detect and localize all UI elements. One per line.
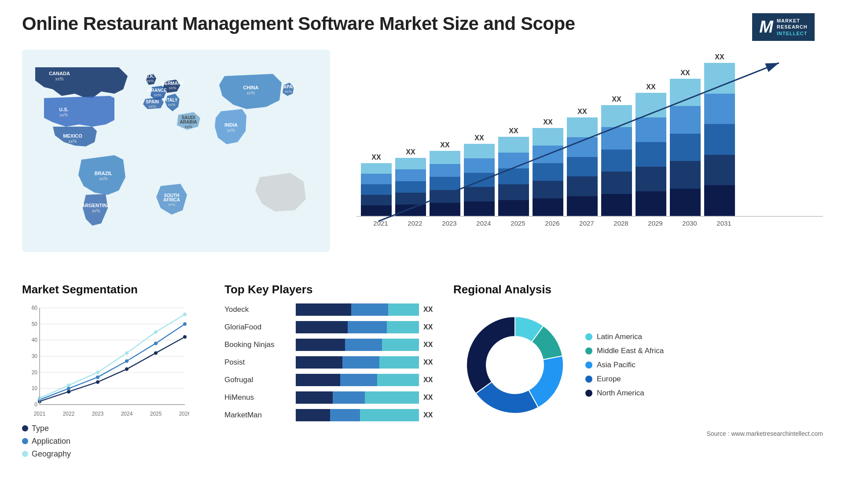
player-row: HiMenusXX [224, 391, 436, 404]
player-bar-label: XX [423, 323, 433, 331]
seg-legend-item: Application [22, 437, 207, 446]
bar-chart-bars: XXXXXXXXXXXXXXXXXXXXXX [356, 50, 823, 217]
player-bar-label: XX [423, 341, 433, 349]
svg-text:MEXICO: MEXICO [63, 133, 82, 139]
bar-stack [430, 151, 460, 216]
bar-top-label: XX [646, 83, 655, 91]
logo-letter: M [759, 18, 773, 35]
bar-group: XX [498, 127, 529, 216]
svg-text:2022: 2022 [63, 411, 75, 417]
regional-container: Latin AmericaMiddle East & AfricaAsia Pa… [453, 303, 823, 427]
bar-segment [533, 146, 563, 163]
bar-segment [567, 117, 598, 137]
bar-segment [670, 189, 701, 216]
bar-segment [601, 194, 632, 216]
map-section: CANADA xx% U.S. xx% MEXICO xx% BRAZIL xx… [22, 50, 330, 270]
player-bar-segment [296, 339, 345, 351]
player-bar-inner [296, 321, 419, 333]
regional-legend-label: Asia Pacific [597, 361, 636, 369]
regional-legend-item: Latin America [585, 332, 664, 341]
bar-segment [533, 128, 563, 146]
x-axis-label: 2022 [400, 219, 430, 227]
logo-area: M MARKET RESEARCH INTELLECT [744, 13, 823, 41]
donut-svg [453, 303, 577, 427]
player-bar-segment [365, 391, 419, 404]
bar-segment [601, 105, 632, 127]
player-bar-outer: XX [296, 391, 436, 404]
bar-segment [498, 153, 529, 168]
segmentation-title: Market Segmentation [22, 283, 207, 296]
player-bar-label: XX [423, 394, 433, 402]
svg-text:SPAIN: SPAIN [146, 99, 159, 104]
svg-text:GERMANY: GERMANY [161, 81, 184, 86]
svg-text:10: 10 [32, 385, 38, 391]
page-title: Online Restaurant Management Software Ma… [22, 13, 575, 34]
svg-text:60: 60 [32, 305, 38, 311]
bar-segment [533, 163, 563, 181]
header: Online Restaurant Management Software Ma… [22, 13, 823, 41]
segmentation-chart: 0102030405060202120222023202420252026 [22, 303, 189, 418]
player-name: GloriaFood [224, 323, 290, 332]
bar-segment [533, 181, 563, 198]
svg-point-68 [67, 383, 70, 387]
svg-text:0: 0 [34, 402, 37, 408]
regional-legend-item: North America [585, 389, 664, 398]
player-bar-inner [296, 356, 419, 369]
bar-top-label: XX [543, 118, 552, 126]
bar-top-label: XX [577, 108, 587, 116]
bar-segment [567, 137, 598, 157]
bar-segment [567, 196, 598, 216]
svg-point-62 [67, 387, 70, 390]
player-row: Booking NinjasXX [224, 339, 436, 351]
svg-point-71 [154, 330, 158, 334]
svg-point-58 [125, 367, 129, 371]
bar-segment [430, 190, 460, 203]
x-axis-label: 2029 [640, 219, 671, 227]
svg-point-66 [183, 322, 187, 326]
regional-title: Regional Analysis [453, 283, 823, 296]
x-axis-label: 2030 [674, 219, 705, 227]
bar-segment [498, 184, 529, 200]
source-text: Source : www.marketresearchintellect.com [453, 430, 823, 437]
regional-legend-item: Middle East & Africa [585, 347, 664, 355]
bar-segment [361, 174, 392, 184]
bar-segment [395, 205, 426, 216]
svg-text:INDIA: INDIA [224, 122, 238, 128]
bar-segment [567, 176, 598, 196]
bar-segment [361, 184, 392, 195]
bar-stack [464, 144, 495, 216]
bar-stack [533, 128, 563, 216]
svg-text:2023: 2023 [92, 411, 104, 417]
bar-segment [430, 164, 460, 177]
player-name: MarketMan [224, 411, 290, 420]
svg-point-60 [183, 335, 187, 339]
bar-segment [601, 150, 632, 172]
legend-dot [22, 438, 28, 444]
seg-legend-item: Type [22, 424, 207, 433]
segmentation-section: Market Segmentation 01020304050602021202… [22, 283, 207, 485]
regional-legend-label: Europe [597, 375, 621, 383]
bar-segment [395, 193, 426, 204]
bar-segment [464, 158, 495, 173]
bar-stack [567, 117, 598, 216]
logo-box: M MARKET RESEARCH INTELLECT [752, 13, 814, 41]
bottom-section: Market Segmentation 01020304050602021202… [22, 283, 823, 485]
svg-text:xx%: xx% [184, 124, 192, 129]
player-bar-segment [379, 356, 419, 369]
bar-group: XX [533, 118, 563, 216]
svg-text:2024: 2024 [121, 411, 133, 417]
regional-legend-dot [585, 376, 592, 383]
bar-segment [430, 203, 460, 216]
player-bar-inner [296, 303, 419, 316]
bar-stack [498, 137, 529, 216]
player-bar-inner [296, 409, 419, 421]
svg-point-64 [125, 359, 129, 363]
bar-top-label: XX [440, 141, 449, 149]
player-bar-segment [296, 391, 333, 404]
x-axis-label: 2028 [606, 219, 636, 227]
bar-segment [464, 187, 495, 201]
player-bar-segment [296, 303, 351, 316]
bar-segment [704, 94, 735, 124]
bar-top-label: XX [406, 148, 415, 156]
bar-segment [567, 157, 598, 177]
